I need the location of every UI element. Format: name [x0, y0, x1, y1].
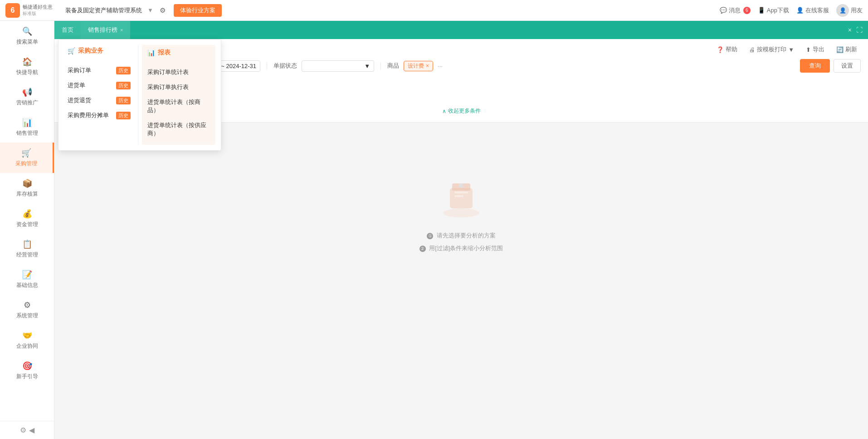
menu-divider	[138, 45, 138, 145]
purchase-section: 🛒 采购业务 采购订单 历史 进货单 历史 进货退货 历史 采购费用分摊单 历史	[64, 45, 134, 145]
report-section: 📊 报表 采购订单统计表 采购订单执行表 进货单统计表（按商品） 进货单统计表（…	[142, 45, 216, 145]
inbound-badge: 历史	[116, 82, 131, 89]
menu-item-purchase-order[interactable]: 采购订单 历史	[68, 63, 131, 78]
menu-item-purchase-order-exec[interactable]: 采购订单执行表	[147, 80, 210, 95]
purchase-section-icon: 🛒	[68, 47, 75, 54]
menu-item-inbound-stats-supplier[interactable]: 进货单统计表（按供应商）	[147, 118, 210, 141]
menu-item-inbound-stats-goods[interactable]: 进货单统计表（按商品）	[147, 95, 210, 118]
menu-item-cost-allocation[interactable]: 采购费用分摊单 历史	[68, 108, 131, 123]
purchase-section-title: 🛒 采购业务	[68, 47, 131, 58]
report-section-title: 📊 报表	[147, 49, 210, 59]
dropdown-menu: 🛒 采购业务 采购订单 历史 进货单 历史 进货退货 历史 采购费用分摊单 历史…	[58, 39, 221, 151]
return-badge: 历史	[116, 97, 131, 104]
cost-badge: 历史	[116, 112, 131, 119]
menu-item-return[interactable]: 进货退货 历史	[68, 93, 131, 108]
menu-item-purchase-order-stats[interactable]: 采购订单统计表	[147, 65, 210, 80]
purchase-order-badge: 历史	[116, 67, 131, 74]
report-icon: 📊	[147, 49, 155, 56]
menu-item-inbound[interactable]: 进货单 历史	[68, 78, 131, 93]
